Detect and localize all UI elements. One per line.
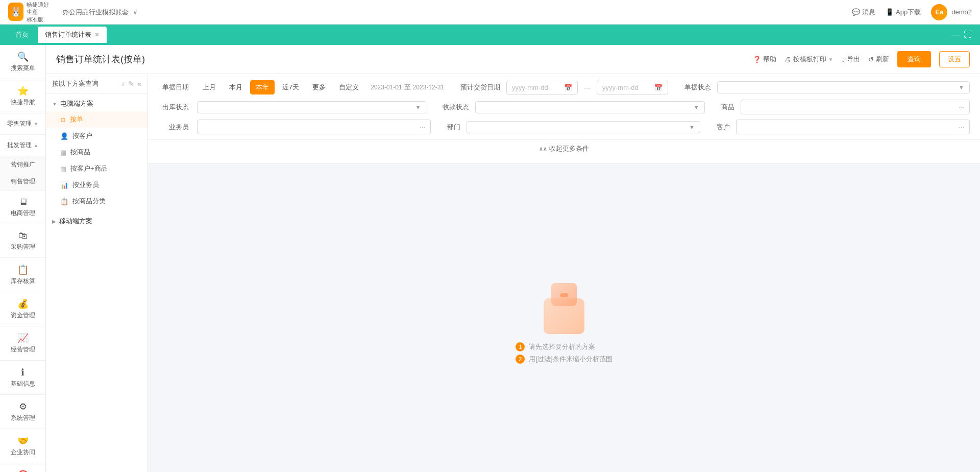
tab-home[interactable]: 首页 <box>8 27 36 43</box>
this-month-btn[interactable]: 本月 <box>224 80 248 95</box>
payment-status-select[interactable]: ▼ <box>475 101 704 113</box>
tab-close-icon[interactable]: ✕ <box>94 31 100 38</box>
sidebar-item-sys-mgmt[interactable]: ⚙ 系统管理 <box>0 395 45 429</box>
scheme-collapse-icon[interactable]: « <box>137 80 141 88</box>
expected-date-range-sep: — <box>584 84 591 91</box>
setting-button[interactable]: 设置 <box>939 51 970 67</box>
scheme-item-by-customer-goods[interactable]: ▦ 按客户+商品 <box>46 160 148 177</box>
retail-arrow-icon: ▼ <box>34 121 39 127</box>
sidebar-item-ecommerce[interactable]: 🖥 电商管理 <box>0 191 45 224</box>
sidebar-item-basic-info[interactable]: ℹ 基础信息 <box>0 361 45 395</box>
avatar-initials: Ea <box>935 8 943 16</box>
sidebar-item-new-guide[interactable]: 🎯 新手引导 <box>0 463 45 472</box>
calendar-from-icon: 📅 <box>564 84 572 91</box>
goods-input[interactable]: ··· <box>741 100 970 114</box>
settings-icon: ⚙ <box>19 401 27 412</box>
expected-date-from[interactable]: yyyy-mm-dd 📅 <box>506 81 578 95</box>
tab-minimize-icon[interactable]: — <box>951 30 960 39</box>
step-2-text: 用[过滤]条件来缩小分析范围 <box>529 355 612 364</box>
sidebar-item-wholesale[interactable]: 批发管理 ▲ <box>0 135 45 156</box>
export-icon: ↓ <box>842 56 845 63</box>
scheme-item-by-category[interactable]: 📋 按商品分类 <box>46 193 148 209</box>
scheme-edit-icon[interactable]: ✎ <box>128 80 134 88</box>
last-month-btn[interactable]: 上月 <box>197 80 222 95</box>
more-btn[interactable]: 更多 <box>307 80 331 95</box>
step-1-text: 请先选择要分析的方案 <box>529 342 595 351</box>
by-customer-icon: 👤 <box>60 132 68 140</box>
by-goods-icon: ▦ <box>60 149 66 156</box>
header-right: 💬 消息 📱 App下载 Ea demo2 <box>852 4 972 20</box>
ecommerce-icon: 🖥 <box>18 197 28 207</box>
sidebar-sub-wholesale: 营销推广 销售管理 <box>0 156 45 191</box>
breadcrumb-arrow-icon[interactable]: ∨ <box>133 8 138 16</box>
customer-input[interactable]: ··· <box>736 120 970 134</box>
tab-sales-order[interactable]: 销售订单统计表 ✕ <box>38 27 107 43</box>
basic-info-icon: ℹ <box>21 367 24 378</box>
last7-btn[interactable]: 近7天 <box>277 80 305 95</box>
stock-status-select[interactable]: ▼ <box>197 101 426 113</box>
by-salesperson-icon: 📊 <box>60 181 68 189</box>
salesperson-input[interactable]: ··· <box>197 120 431 134</box>
scheme-mobile-title[interactable]: ▶ 移动端方案 <box>46 214 148 229</box>
sidebar-item-search-menu[interactable]: 🔍 搜索菜单 <box>0 45 45 79</box>
template-print-label: 按模板打印 <box>793 55 826 64</box>
sidebar-item-purchase[interactable]: 🛍 采购管理 <box>0 224 45 258</box>
purchase-label: 采购管理 <box>11 243 35 251</box>
message-button[interactable]: 💬 消息 <box>852 8 875 17</box>
mobile-arrow-icon: ▶ <box>52 219 56 224</box>
help-button[interactable]: ❓ 帮助 <box>753 55 776 64</box>
stock-status-label: 出库状态 <box>158 103 189 112</box>
sidebar-item-quick-nav[interactable]: ⭐ 快捷导航 <box>0 79 45 113</box>
sidebar-item-finance[interactable]: 💰 资金管理 <box>0 292 45 326</box>
refresh-button[interactable]: ↺ 刷新 <box>868 55 889 64</box>
by-salesperson-label: 按业务员 <box>72 180 99 190</box>
sidebar-item-operation[interactable]: 📈 经营管理 <box>0 326 45 361</box>
ecommerce-label: 电商管理 <box>11 209 35 218</box>
tab-bar: 首页 销售订单统计表 ✕ — ⛶ <box>0 25 980 45</box>
customer-label: 客户 <box>717 123 730 132</box>
operation-icon: 📈 <box>17 333 29 344</box>
custom-btn[interactable]: 自定义 <box>333 80 364 95</box>
by-order-label: 按单 <box>70 115 83 124</box>
filter-row-3: 业务员 ··· 部门 ▼ 客户 ··· <box>158 120 970 134</box>
export-button[interactable]: ↓ 导出 <box>842 55 861 64</box>
desktop-group-label: 电脑端方案 <box>60 99 93 108</box>
this-year-btn[interactable]: 本年 <box>250 80 275 95</box>
scheme-desktop-title[interactable]: ▼ 电脑端方案 <box>46 96 148 111</box>
query-button[interactable]: 查询 <box>897 51 931 67</box>
wholesale-label: 批发管理 <box>7 141 32 150</box>
tab-maximize-icon[interactable]: ⛶ <box>964 30 972 39</box>
star-icon: ⭐ <box>17 85 29 97</box>
sidebar-sub-marketing[interactable]: 营销推广 <box>0 156 45 173</box>
app-download-button[interactable]: 📱 App下载 <box>886 8 921 17</box>
app-logo-text: 畅捷通好生意 标准版 <box>27 1 54 23</box>
sidebar-item-enterprise[interactable]: 🤝 企业协同 <box>0 429 45 463</box>
collapse-arrow-icon: ∧∧ <box>539 146 547 152</box>
finance-label: 资金管理 <box>11 311 35 320</box>
scheme-add-icon[interactable]: + <box>121 80 125 88</box>
user-avatar-button[interactable]: Ea demo2 <box>931 4 972 20</box>
sidebar-item-inventory[interactable]: 📋 库存核算 <box>0 258 45 292</box>
scheme-item-by-goods[interactable]: ▦ 按商品 <box>46 144 148 160</box>
scheme-item-by-customer[interactable]: 👤 按客户 <box>46 128 148 144</box>
sidebar-sub-sales[interactable]: 销售管理 <box>0 173 45 190</box>
collapse-button[interactable]: ∧∧ 收起更多条件 <box>148 139 980 157</box>
date-range-display: 2023-01-01 至 2023-12-31 <box>371 83 444 92</box>
expected-date-from-placeholder: yyyy-mm-dd <box>512 84 548 91</box>
template-print-button[interactable]: 🖨 按模板打印 ▼ <box>785 55 834 64</box>
dept-arrow-icon: ▼ <box>689 124 695 130</box>
step-2-num: 2 <box>516 355 525 364</box>
scheme-item-by-order[interactable]: ⊙ 按单 <box>46 111 148 128</box>
app-download-label: App下载 <box>896 8 921 17</box>
tab-bar-right: — ⛶ <box>951 30 972 39</box>
app-logo-icon: 🐰 <box>8 3 23 21</box>
sidebar-item-retail[interactable]: 零售管理 ▼ <box>0 113 45 135</box>
doc-status-select[interactable]: ▼ <box>717 81 970 93</box>
scheme-item-by-salesperson[interactable]: 📊 按业务员 <box>46 177 148 193</box>
expected-date-to[interactable]: yyyy-mm-dd 📅 <box>597 81 668 95</box>
refresh-icon: ↺ <box>868 56 874 63</box>
by-order-icon: ⊙ <box>60 116 66 124</box>
date-from-text: 2023-01-01 <box>371 84 402 91</box>
dept-select[interactable]: ▼ <box>467 121 700 133</box>
print-arrow-icon: ▼ <box>828 57 834 62</box>
